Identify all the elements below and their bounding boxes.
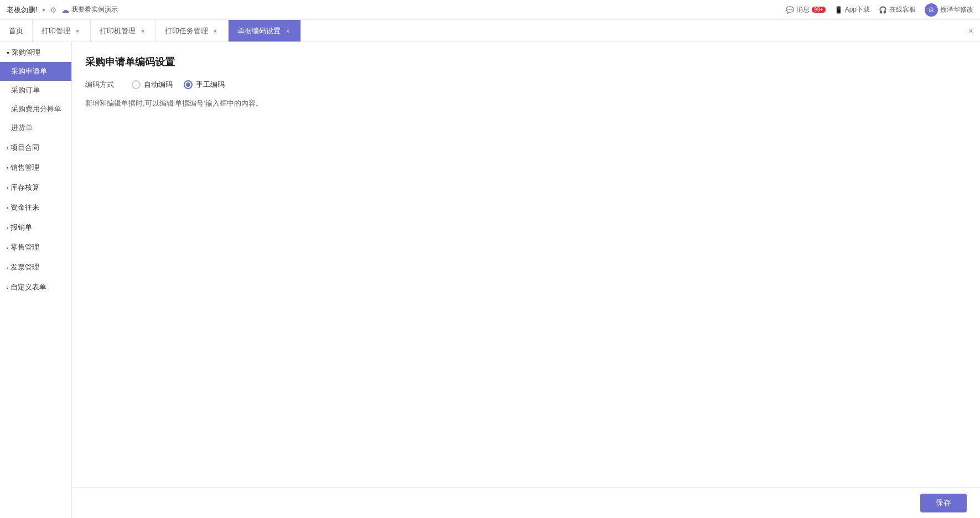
top-bar-right: 💬 消息 99+ 📱 App下载 🎧 在线客服 徐 徐泽华修改 xyxy=(786,3,973,17)
cloud-icon: ☁ xyxy=(61,6,69,14)
sidebar-group-funds[interactable]: › 资金往来 xyxy=(0,197,71,217)
sidebar-item-purchase-request[interactable]: 采购申请单 xyxy=(0,62,71,81)
page-title: 采购申请单编码设置 xyxy=(85,55,967,69)
headset-icon: 🎧 xyxy=(879,6,887,14)
tab-close-order-code[interactable]: × xyxy=(284,27,292,35)
chevron-right-icon-2: › xyxy=(7,165,8,171)
chevron-right-icon-7: › xyxy=(7,265,8,271)
app-title: 老板勿删! xyxy=(7,5,38,15)
sidebar-group-invoice[interactable]: › 发票管理 xyxy=(0,257,71,277)
demo-link[interactable]: ☁ 我要看实例演示 xyxy=(61,5,118,14)
save-button[interactable]: 保存 xyxy=(920,494,967,512)
tab-bar-close[interactable]: × xyxy=(962,20,980,42)
dropdown-icon[interactable]: ▾ xyxy=(42,6,45,14)
avatar: 徐 xyxy=(925,3,938,17)
radio-manual-label: 手工编码 xyxy=(196,80,225,90)
footer-bar: 保存 xyxy=(72,487,980,518)
radio-manual-circle xyxy=(184,80,193,89)
user-menu[interactable]: 徐 徐泽华修改 xyxy=(925,3,973,17)
settings-icon[interactable]: ⚙ xyxy=(50,6,57,14)
tab-close-print-task[interactable]: × xyxy=(211,27,219,35)
sidebar-group-purchase-header[interactable]: ▾ 采购管理 xyxy=(0,42,71,62)
content-area: 采购申请单编码设置 编码方式 自动编码 手工编码 新增和编辑单据时,可以编辑'单… xyxy=(72,42,980,518)
chevron-right-icon-4: › xyxy=(7,205,8,211)
sidebar-group-sales[interactable]: › 销售管理 xyxy=(0,157,71,177)
chevron-right-icon-3: › xyxy=(7,185,8,191)
tab-print-task[interactable]: 打印任务管理 × xyxy=(156,20,229,42)
top-bar-left: 老板勿删! ▾ ⚙ ☁ 我要看实例演示 xyxy=(7,5,118,15)
sidebar-group-custom-forms[interactable]: › 自定义表单 xyxy=(0,277,71,297)
sidebar-group-retail[interactable]: › 零售管理 xyxy=(0,237,71,257)
chevron-right-icon-8: › xyxy=(7,284,8,291)
radio-auto-code[interactable]: 自动编码 xyxy=(132,80,173,90)
tab-order-code[interactable]: 单据编码设置 × xyxy=(229,20,301,42)
tab-printer-management[interactable]: 打印机管理 × xyxy=(91,20,156,42)
radio-auto-circle xyxy=(132,80,141,89)
message-btn[interactable]: 💬 消息 99+ xyxy=(786,5,826,14)
main-layout: ▾ 采购管理 采购申请单 采购订单 采购费用分摊单 进货单 › 项目合同 › 销… xyxy=(0,42,980,518)
message-badge: 99+ xyxy=(812,7,826,13)
chevron-right-icon: › xyxy=(7,145,8,151)
sidebar-group-purchase: ▾ 采购管理 采购申请单 采购订单 采购费用分摊单 进货单 xyxy=(0,42,71,137)
content-body: 采购申请单编码设置 编码方式 自动编码 手工编码 新增和编辑单据时,可以编辑'单… xyxy=(72,42,980,518)
online-service-btn[interactable]: 🎧 在线客服 xyxy=(879,5,916,14)
sidebar-group-returns[interactable]: › 报销单 xyxy=(0,217,71,237)
sidebar: ▾ 采购管理 采购申请单 采购订单 采购费用分摊单 进货单 › 项目合同 › 销… xyxy=(0,42,72,518)
tab-close-printer-management[interactable]: × xyxy=(139,27,147,35)
sidebar-group-project-contract[interactable]: › 项目合同 xyxy=(0,137,71,157)
coding-method-row: 编码方式 自动编码 手工编码 xyxy=(85,80,967,90)
top-bar: 老板勿删! ▾ ⚙ ☁ 我要看实例演示 💬 消息 99+ 📱 App下载 🎧 在… xyxy=(0,0,980,20)
radio-auto-label: 自动编码 xyxy=(144,80,173,90)
tab-print-management[interactable]: 打印管理 × xyxy=(33,20,91,42)
sidebar-item-incoming[interactable]: 进货单 xyxy=(0,118,71,137)
radio-manual-code[interactable]: 手工编码 xyxy=(184,80,225,90)
hint-text: 新增和编辑单据时,可以编辑'单据编号'输入框中的内容。 xyxy=(85,99,967,108)
sidebar-item-purchase-order[interactable]: 采购订单 xyxy=(0,81,71,100)
tab-spacer xyxy=(301,20,962,42)
tab-close-print-management[interactable]: × xyxy=(74,27,81,35)
sidebar-item-purchase-expense[interactable]: 采购费用分摊单 xyxy=(0,100,71,118)
coding-method-label: 编码方式 xyxy=(85,80,118,90)
message-icon: 💬 xyxy=(786,6,794,14)
chevron-right-icon-5: › xyxy=(7,225,8,231)
app-download-btn[interactable]: 📱 App下载 xyxy=(834,5,870,14)
tab-home[interactable]: 首页 xyxy=(0,20,33,42)
chevron-right-icon-6: › xyxy=(7,245,8,251)
sidebar-group-inventory[interactable]: › 库存核算 xyxy=(0,177,71,197)
radio-group-coding: 自动编码 手工编码 xyxy=(132,80,225,90)
tab-bar: 首页 打印管理 × 打印机管理 × 打印任务管理 × 单据编码设置 × × xyxy=(0,20,980,42)
chevron-down-icon: ▾ xyxy=(7,50,9,56)
download-icon: 📱 xyxy=(834,6,843,14)
